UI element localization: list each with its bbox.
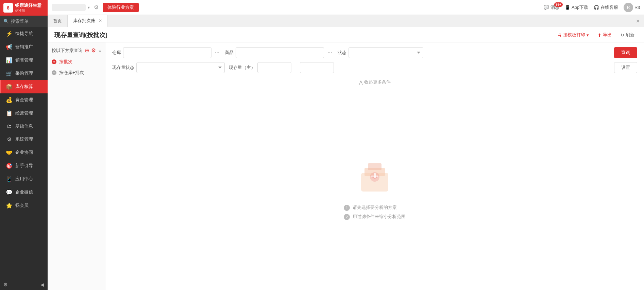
sidebar-icon-quick-nav: ⚡ <box>6 31 13 37</box>
sidebar-label-purchase: 采购管理 <box>15 70 33 76</box>
tip-1-number: 1 <box>344 205 350 211</box>
filter-area: 仓库 ··· 商品 ··· 状态 <box>112 47 637 87</box>
topbar-right: 💬 消息 99+ 📱 App下载 🎧 在线客服 R Rit <box>544 3 640 12</box>
query-button[interactable]: 查询 <box>614 47 637 58</box>
print-dropdown-icon[interactable]: ▾ <box>587 33 589 38</box>
sidebar-item-marketing[interactable]: 📢营销推广 <box>0 40 48 54</box>
sidebar-item-sales[interactable]: 📊销售管理 <box>0 54 48 67</box>
sidebar-icon-vip: ⭐ <box>6 202 13 209</box>
sidebar-item-newbie[interactable]: 🎯新手引导 <box>0 159 48 173</box>
active-dot: ● <box>52 59 56 64</box>
tabbar: 首页 库存批次账 ✕ ✕ <box>48 15 644 27</box>
sidebar-icon-sales: 📊 <box>6 57 13 64</box>
sidebar-item-operations[interactable]: 📋经营管理 <box>0 107 48 120</box>
sidebar-label-basics: 基础信息 <box>15 123 33 129</box>
breadcrumb-chevron-icon[interactable]: ▾ <box>88 5 90 10</box>
sidebar-footer: ⚙ ◀ <box>0 279 48 290</box>
print-button[interactable]: 🖨 按模板打印 ▾ <box>555 31 592 39</box>
collapse-panel-icon[interactable]: « <box>99 48 101 53</box>
experience-industry-button[interactable]: 体验行业方案 <box>103 3 139 12</box>
topbar-breadcrumb: ▾ <box>52 4 90 11</box>
export-button[interactable]: ⬆ 导出 <box>595 31 614 39</box>
tab-home[interactable]: 首页 <box>48 15 68 27</box>
sidebar-item-finance[interactable]: 💰资金管理 <box>0 93 48 107</box>
status-filter: 状态 <box>338 47 423 58</box>
filter-row-1: 仓库 ··· 商品 ··· 状态 <box>112 47 637 58</box>
sidebar-label-operations: 经营管理 <box>15 110 33 116</box>
collapse-sidebar-icon[interactable]: ◀ <box>40 282 44 287</box>
scheme-by-warehouse-batch[interactable]: ○ 按仓库+批次 <box>48 67 105 78</box>
status-select[interactable] <box>349 47 423 58</box>
settings-btn-wrapper: 设置 <box>614 62 637 73</box>
message-button[interactable]: 💬 消息 99+ <box>544 4 559 11</box>
content: 现存量查询(按批次) 🖨 按模板打印 ▾ ⬆ 导出 ↻ 刷新 <box>48 27 644 290</box>
sidebar-search[interactable]: 🔍 搜索菜单 <box>0 16 48 27</box>
header-actions: 🖨 按模板打印 ▾ ⬆ 导出 ↻ 刷新 <box>555 31 637 39</box>
svg-rect-5 <box>374 173 376 178</box>
sidebar-nav: ⚡快捷导航📢营销推广📊销售管理🛒采购管理📦库存核算💰资金管理📋经营管理🗂基础信息… <box>0 27 48 279</box>
app-download-button[interactable]: 📱 App下载 <box>565 4 588 11</box>
stock-qty-max-input[interactable] <box>300 62 334 73</box>
sidebar-item-wechat[interactable]: 💬企业微信 <box>0 186 48 199</box>
empty-tip-1: 1 请先选择要分析的方案 <box>344 204 406 211</box>
message-badge: 99+ <box>554 2 563 7</box>
content-body: 按以下方案查询 ⊕ ⚙ « ● 按批次 ○ 按仓库+批次 <box>48 42 644 290</box>
tab-batch-account[interactable]: 库存批次账 ✕ <box>68 15 108 27</box>
goods-filter: 商品 ··· <box>225 47 333 58</box>
filter-row-2: 现存量状态 现存量（主） — 设置 <box>112 62 637 73</box>
headset-icon: 🎧 <box>594 5 599 10</box>
sidebar-label-marketing: 营销推广 <box>15 44 33 50</box>
empty-tips: 1 请先选择要分析的方案 2 用过滤条件来缩小分析范围 <box>344 204 406 220</box>
settings-button[interactable]: 设置 <box>614 62 637 73</box>
tab-close-icon[interactable]: ✕ <box>99 18 102 23</box>
tip-2-number: 2 <box>344 214 350 220</box>
sidebar-label-inventory: 库存核算 <box>15 84 33 90</box>
sidebar-icon-basics: 🗂 <box>6 123 13 129</box>
empty-tip-2: 2 用过滤条件来缩小分析范围 <box>344 214 406 220</box>
message-icon: 💬 <box>544 5 549 10</box>
scheme-settings-icon[interactable]: ⚙ <box>91 47 96 54</box>
warehouse-input[interactable] <box>123 47 211 58</box>
sidebar-item-system[interactable]: ⚙系统管理 <box>0 133 48 146</box>
sidebar-item-inventory[interactable]: 📦库存核算 <box>0 80 48 93</box>
refresh-button[interactable]: ↻ 刷新 <box>618 31 637 39</box>
goods-input[interactable] <box>236 47 324 58</box>
warehouse-more-icon[interactable]: ··· <box>214 50 221 56</box>
sidebar-label-wechat: 企业微信 <box>15 189 33 195</box>
breadcrumb-input[interactable] <box>52 4 86 11</box>
add-scheme-icon[interactable]: ⊕ <box>85 47 89 54</box>
sidebar-icon-apps: 📱 <box>6 176 13 182</box>
sidebar-icon-newbie: 🎯 <box>6 163 13 169</box>
settings-footer-icon[interactable]: ⚙ <box>3 282 8 287</box>
content-header: 现存量查询(按批次) 🖨 按模板打印 ▾ ⬆ 导出 ↻ 刷新 <box>48 27 644 42</box>
right-panel: 仓库 ··· 商品 ··· 状态 <box>105 42 644 290</box>
left-panel: 按以下方案查询 ⊕ ⚙ « ● 按批次 ○ 按仓库+批次 <box>48 42 105 290</box>
collapse-more-icon: ⋀ <box>359 80 363 85</box>
stock-qty-min-input[interactable] <box>257 62 291 73</box>
tab-batch-account-label: 库存批次账 <box>73 18 95 24</box>
scheme-by-batch[interactable]: ● 按批次 <box>48 56 105 67</box>
sidebar-label-apps: 应用中心 <box>15 176 33 182</box>
sidebar-item-quick-nav[interactable]: ⚡快捷导航 <box>0 27 48 40</box>
sidebar-item-purchase[interactable]: 🛒采购管理 <box>0 67 48 80</box>
sidebar-icon-marketing: 📢 <box>6 44 13 50</box>
sidebar-item-enterprise[interactable]: 🤝企业协同 <box>0 146 48 159</box>
sidebar-icon-enterprise: 🤝 <box>6 149 13 156</box>
tab-home-label: 首页 <box>53 18 62 24</box>
sidebar-item-vip[interactable]: ⭐畅会员 <box>0 199 48 212</box>
phone-icon: 📱 <box>565 5 570 10</box>
sidebar-item-apps[interactable]: 📱应用中心 <box>0 173 48 186</box>
sidebar-item-basics[interactable]: 🗂基础信息 <box>0 120 48 133</box>
user-avatar-button[interactable]: R Rit <box>624 3 640 12</box>
tab-close-all-button[interactable]: ✕ <box>632 16 644 26</box>
goods-more-icon[interactable]: ··· <box>326 50 333 56</box>
inactive-dot: ○ <box>52 70 56 75</box>
sidebar-header: 6 畅康通好生意 标准版 <box>0 0 48 16</box>
sidebar-label-sales: 销售管理 <box>15 57 33 63</box>
collapse-more-button[interactable]: ⋀ 收起更多条件 <box>112 77 637 87</box>
online-service-button[interactable]: 🎧 在线客服 <box>594 4 618 11</box>
stock-status-select[interactable] <box>136 62 225 73</box>
avatar-initial: R <box>627 5 630 10</box>
left-panel-header: 按以下方案查询 ⊕ ⚙ « <box>48 46 105 56</box>
topbar-gear-icon[interactable]: ⚙ <box>94 4 99 11</box>
